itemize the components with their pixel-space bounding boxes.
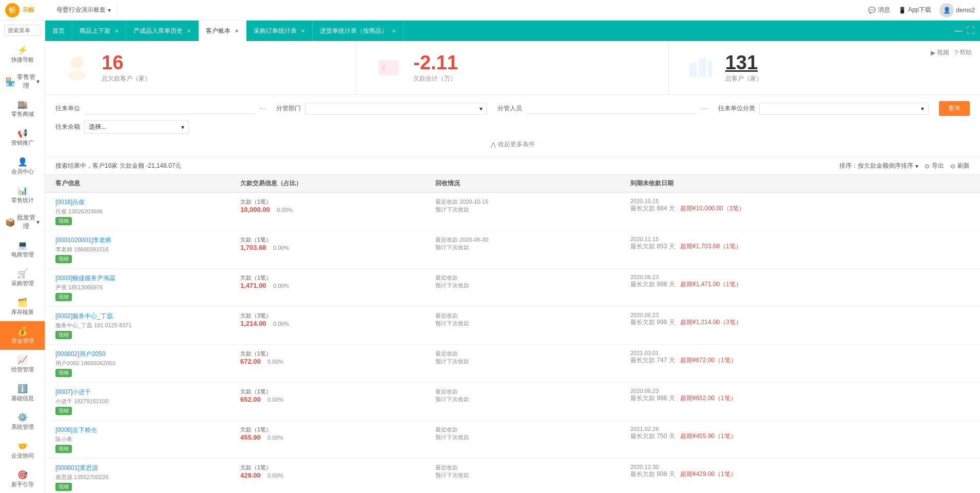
tab-close-icon4[interactable]: ✕: [301, 28, 305, 34]
sidebar-item-retail-stats[interactable]: 📊 零售统计: [0, 181, 45, 209]
overdue-link[interactable]: 超期¥1,471.00（1笔）: [680, 281, 742, 288]
debt-amount[interactable]: 672.00: [240, 358, 261, 365]
customer-name[interactable]: [0001020001]李老师: [55, 236, 240, 245]
message-button[interactable]: 💬 消息: [868, 6, 890, 14]
main-content: 16 总欠款客户（家） ¥ -2.11 欠: [45, 41, 980, 493]
operation-icon: 📈: [17, 355, 28, 365]
tab-maximize-icon[interactable]: ⛶: [967, 26, 975, 35]
sort-select[interactable]: 排序：按欠款金额倒序排序 ▾: [839, 162, 918, 170]
retail-mgmt-icon: 🏪: [5, 77, 15, 87]
customer-name[interactable]: [0016]吕俊: [55, 198, 240, 207]
sidebar-item-system[interactable]: ⚙️ 系统管理: [0, 407, 45, 436]
sidebar-item-purchase[interactable]: 🛒 采购管理: [0, 264, 45, 292]
tab-home[interactable]: 首页: [45, 21, 72, 41]
overdue-link[interactable]: 超期¥10,000.00（1笔）: [680, 205, 745, 212]
sidebar-item-member[interactable]: 👤 会员中心: [0, 152, 45, 181]
debt-amount[interactable]: 1,214.00: [240, 320, 266, 327]
sidebar-item-retail-mgmt[interactable]: 🏪 零售管理 ▾: [0, 69, 45, 94]
overdue-link[interactable]: 超期¥429.00（1笔）: [680, 470, 737, 478]
customer-name[interactable]: [0002]服务中心_丁磊: [55, 312, 240, 321]
company-selector[interactable]: 母婴行业演示账套 ▾: [50, 6, 118, 14]
export-button[interactable]: ⊙ 导出: [925, 162, 944, 170]
sidebar-item-ecommerce[interactable]: 💻 电商管理: [0, 235, 45, 264]
overdue-days: 最长欠款 998 天: [630, 319, 678, 326]
tab-close-icon5[interactable]: ✕: [392, 28, 396, 34]
tab-purchase-stats[interactable]: 采购订单统计表 ✕: [246, 21, 313, 41]
stat-top-right: ▶ 视频 ? 帮助: [931, 48, 972, 57]
col-customer-info: 客户信息: [55, 179, 240, 188]
collection-cell: 最近收款 预计下次收款: [435, 274, 630, 289]
search-button[interactable]: 查询: [939, 101, 970, 116]
finance-icon: 💰: [17, 326, 28, 336]
purchase-icon: 🛒: [17, 269, 28, 279]
filter-person-input[interactable]: [526, 103, 697, 114]
debt-label: 欠款（1笔）: [240, 388, 435, 396]
sidebar-item-wholesale[interactable]: 📦 批发管理 ▾: [0, 209, 45, 235]
filter-balance-select[interactable]: 选择... ▾: [84, 120, 189, 134]
tab-customer-ledger[interactable]: 客户账本 ✕: [199, 21, 246, 41]
debt-amount[interactable]: 10,000.00: [240, 206, 270, 213]
filter-person-dots[interactable]: ···: [701, 104, 707, 113]
sidebar-search[interactable]: [0, 21, 45, 40]
customer-name[interactable]: [000001]黄思源: [55, 464, 240, 472]
help-link[interactable]: ? 帮助: [954, 48, 972, 57]
customer-name[interactable]: [000002]用户2050: [55, 350, 240, 359]
collection-recent: 最近收款: [435, 464, 630, 471]
sidebar-item-enterprise[interactable]: 🤝 企业协同: [0, 436, 45, 465]
tab-close-icon[interactable]: ✕: [114, 28, 119, 34]
customer-name[interactable]: [0007]小进干: [55, 388, 240, 397]
sidebar-item-retail-mall[interactable]: 🏬 零售商城: [0, 94, 45, 123]
overdue-link[interactable]: 超期¥652.00（1笔）: [680, 395, 737, 402]
video-link[interactable]: ▶ 视频: [931, 48, 949, 57]
debt-amount[interactable]: 652.00: [240, 396, 261, 403]
filter-category-select[interactable]: ▾: [759, 103, 929, 115]
debt-total-label: 欠款合计（万）: [413, 74, 458, 83]
tab-product-onoff[interactable]: 商品上下架 ✕: [72, 21, 126, 41]
customer-name[interactable]: [0006]去下粮仓: [55, 426, 240, 435]
debt-amount[interactable]: 1,471.00: [240, 282, 266, 289]
filter-dept-select[interactable]: ▾: [305, 103, 487, 115]
due-date: 2021.03.01: [630, 350, 970, 356]
sidebar-item-finance[interactable]: 💰 资金管理: [0, 321, 45, 350]
tab-close-icon3[interactable]: ✕: [235, 28, 239, 34]
refresh-button[interactable]: ⊙ 刷新: [950, 162, 970, 170]
user-avatar[interactable]: 👤 demo2: [939, 3, 975, 17]
overdue-link[interactable]: 超期¥672.00（1笔）: [680, 357, 737, 364]
customer-info-cell: [000002]用户2050 用户2050 18665062050 现销: [55, 350, 240, 377]
due-date: 2020.11.15: [630, 236, 970, 242]
table-row: [0002]服务中心_丁磊 服务中心_丁磊 181 0125 8371 现销 欠…: [45, 307, 980, 345]
sidebar-item-inventory[interactable]: 🗂️ 库存核算: [0, 292, 45, 321]
collapse-filters[interactable]: ⋀ 收起更多条件: [55, 138, 970, 151]
overdue-link[interactable]: 超期¥455.90（1笔）: [680, 432, 737, 440]
debt-total-icon: ¥: [372, 51, 405, 84]
total-customers-label: 总客户（家）: [725, 74, 762, 83]
filter-balance-label: 往来余额: [55, 123, 80, 131]
debt-info-cell: 欠款（1笔） 1,703.68 0.00%: [240, 236, 435, 251]
sidebar-item-marketing[interactable]: 📢 营销推广: [0, 123, 45, 152]
tab-minimize-icon[interactable]: —: [954, 26, 963, 35]
tab-close-icon2[interactable]: ✕: [187, 28, 191, 34]
app-download-button[interactable]: 📱 App下载: [898, 6, 931, 14]
sidebar-item-quick-nav[interactable]: ⚡ 快捷导航: [0, 40, 45, 69]
debt-percent: 0.00%: [267, 435, 283, 441]
customer-name[interactable]: [0003]畅捷服务尹海蕊: [55, 274, 240, 283]
filter-unit-dots[interactable]: ···: [259, 104, 266, 113]
debt-percent: 0.00%: [273, 321, 289, 327]
table-row: [000002]用户2050 用户2050 18665062050 现销 欠款（…: [45, 345, 980, 383]
debt-label: 欠款（1笔）: [240, 426, 435, 433]
sidebar-item-operation[interactable]: 📈 经营管理: [0, 350, 45, 379]
overdue-link[interactable]: 超期¥1,703.68（1笔）: [680, 243, 742, 250]
filter-unit-input[interactable]: [84, 103, 255, 114]
tab-purchase-product-stats[interactable]: 进货单统计表（按商品） ✕: [313, 21, 403, 41]
sidebar-item-guide[interactable]: 🎯 新手引导: [0, 465, 45, 493]
tab-inventory-history[interactable]: 产成品入库单历史 ✕: [126, 21, 199, 41]
collection-next: 预计下次收款: [435, 206, 630, 213]
debt-amount[interactable]: 455.90: [240, 433, 261, 441]
ecommerce-icon: 💻: [17, 240, 28, 250]
debt-percent: 0.00%: [273, 283, 289, 289]
search-input[interactable]: [4, 25, 41, 36]
overdue-link[interactable]: 超期¥1,214.00（3笔）: [680, 319, 742, 326]
debt-amount[interactable]: 1,703.68: [240, 244, 266, 251]
sidebar-item-base-info[interactable]: ℹ️ 基础信息: [0, 379, 45, 407]
debt-amount[interactable]: 429.00: [240, 471, 261, 479]
